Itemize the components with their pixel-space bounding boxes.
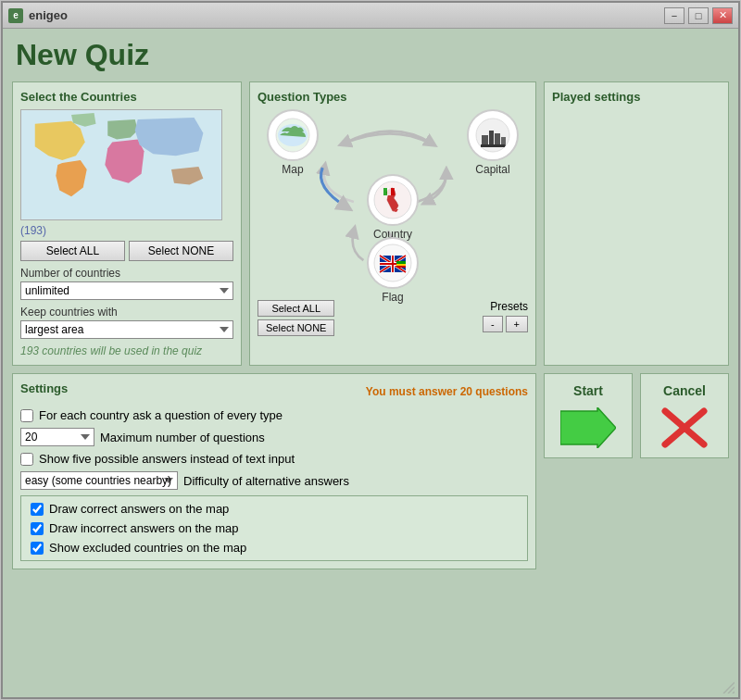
- main-content: New Quiz Select the Countries: [3, 29, 738, 697]
- country-icon-circle: [367, 174, 419, 226]
- minimize-button[interactable]: −: [664, 7, 684, 24]
- checkbox1-label: For each country ask a question of every…: [39, 408, 283, 422]
- show-excluded-label: Show excluded countries on the map: [49, 541, 246, 555]
- draw-checkboxes: Draw correct answers on the map Draw inc…: [20, 495, 528, 561]
- flag-label: Flag: [367, 291, 419, 304]
- map-icon-circle: [267, 109, 319, 161]
- qt-country[interactable]: Country: [367, 174, 419, 241]
- svg-rect-25: [396, 266, 406, 268]
- svg-line-31: [733, 692, 735, 694]
- draw-incorrect-row: Draw incorrect answers on the map: [31, 521, 518, 535]
- cancel-button[interactable]: Cancel: [640, 373, 729, 458]
- country-count: (193): [20, 224, 233, 237]
- app-icon: e: [8, 8, 23, 23]
- country-buttons: Select ALL Select NONE: [20, 241, 233, 261]
- action-buttons: Start Cancel: [544, 373, 729, 458]
- checkbox1-row: For each country ask a question of every…: [20, 408, 528, 422]
- keep-label: Keep countries with: [20, 306, 233, 319]
- cancel-x-icon: [661, 407, 708, 448]
- countries-info: 193 countries will be used in the quiz: [20, 344, 233, 357]
- checkbox2-label: Show five possible answers instead of te…: [39, 452, 295, 466]
- select-none-qt-button[interactable]: Select NONE: [257, 319, 334, 336]
- svg-rect-11: [387, 188, 391, 195]
- checkbox2[interactable]: [20, 453, 33, 466]
- right-col: Played settings: [544, 81, 729, 366]
- difficulty-select[interactable]: easy (some countries nearby) medium hard: [20, 471, 178, 490]
- question-panel: Question Types: [249, 81, 536, 366]
- svg-rect-10: [383, 188, 387, 195]
- close-button[interactable]: ✕: [712, 7, 733, 24]
- number-select[interactable]: unlimited 10 20 50 100: [20, 281, 233, 300]
- question-types-area: Map: [257, 109, 528, 294]
- played-panel: Played settings: [544, 81, 729, 366]
- max-questions-label: Maximum number of questions: [100, 431, 265, 444]
- window-title: enigeo: [29, 8, 68, 22]
- draw-incorrect-checkbox[interactable]: [31, 522, 44, 535]
- settings-panel: Settings You must answer 20 questions Fo…: [12, 373, 536, 569]
- qt-buttons: Select ALL Select NONE Presets - +: [257, 300, 528, 336]
- max-questions-row: 20 10 30 50 Maximum number of questions: [20, 428, 528, 446]
- cancel-label: Cancel: [647, 383, 722, 398]
- checkbox2-row: Show five possible answers instead of te…: [20, 452, 528, 466]
- difficulty-row: easy (some countries nearby) medium hard…: [20, 471, 528, 490]
- qt-select-group: Select ALL Select NONE: [257, 300, 334, 336]
- maximize-button[interactable]: □: [688, 7, 709, 24]
- qt-flag[interactable]: Flag: [367, 237, 419, 304]
- bottom-row: Settings You must answer 20 questions Fo…: [12, 373, 729, 569]
- capital-icon-circle: [467, 109, 519, 161]
- svg-rect-8: [481, 144, 505, 147]
- qt-capital[interactable]: Capital: [467, 109, 519, 176]
- draw-correct-row: Draw correct answers on the map: [31, 502, 518, 516]
- played-panel-title: Played settings: [552, 90, 721, 104]
- presets-label: Presets: [490, 300, 528, 313]
- draw-incorrect-label: Draw incorrect answers on the map: [49, 521, 238, 535]
- map-label: Map: [267, 163, 319, 176]
- qt-map[interactable]: Map: [267, 109, 319, 176]
- flag-icon-circle: [367, 237, 419, 289]
- start-label: Start: [550, 383, 626, 398]
- must-answer-text: You must answer 20 questions: [366, 385, 528, 398]
- select-all-countries-button[interactable]: Select ALL: [20, 241, 125, 261]
- svg-marker-26: [560, 407, 616, 448]
- svg-rect-24: [396, 264, 406, 266]
- show-excluded-row: Show excluded countries on the map: [31, 541, 518, 555]
- world-map[interactable]: [20, 109, 222, 220]
- keep-select[interactable]: largest area smallest area random: [20, 320, 233, 339]
- countries-panel: Select the Countries: [12, 81, 242, 366]
- select-none-countries-button[interactable]: Select NONE: [129, 241, 233, 261]
- settings-title: Settings: [20, 381, 68, 395]
- page-title: New Quiz: [12, 38, 729, 72]
- preset-minus-button[interactable]: -: [483, 316, 503, 332]
- draw-correct-label: Draw correct answers on the map: [49, 502, 229, 516]
- main-window: e enigeo − □ ✕ New Quiz Select the Count…: [1, 1, 740, 699]
- window-controls: − □ ✕: [664, 7, 733, 24]
- countries-panel-title: Select the Countries: [20, 90, 233, 104]
- svg-rect-5: [489, 131, 494, 146]
- title-bar: e enigeo − □ ✕: [3, 3, 738, 29]
- difficulty-label: Difficulty of alternative answers: [183, 474, 349, 488]
- presets-group: Presets - +: [483, 300, 528, 336]
- question-panel-title: Question Types: [257, 90, 528, 104]
- resize-handle[interactable]: [722, 681, 735, 694]
- checkbox1[interactable]: [20, 409, 33, 422]
- top-row: Select the Countries: [12, 81, 729, 366]
- start-arrow-icon: [560, 407, 616, 448]
- svg-rect-12: [391, 188, 395, 195]
- svg-rect-22: [392, 256, 394, 272]
- right-col-bottom: Start Cancel: [544, 373, 729, 569]
- title-bar-left: e enigeo: [8, 8, 68, 23]
- show-excluded-checkbox[interactable]: [31, 542, 44, 555]
- preset-plus-button[interactable]: +: [506, 316, 528, 332]
- preset-buttons: - +: [483, 316, 528, 332]
- svg-rect-6: [495, 133, 500, 146]
- max-questions-select[interactable]: 20 10 30 50: [20, 428, 94, 446]
- number-label: Number of countries: [20, 267, 233, 280]
- select-all-qt-button[interactable]: Select ALL: [257, 300, 334, 317]
- start-button[interactable]: Start: [544, 373, 633, 458]
- capital-label: Capital: [467, 163, 519, 176]
- draw-correct-checkbox[interactable]: [31, 503, 44, 516]
